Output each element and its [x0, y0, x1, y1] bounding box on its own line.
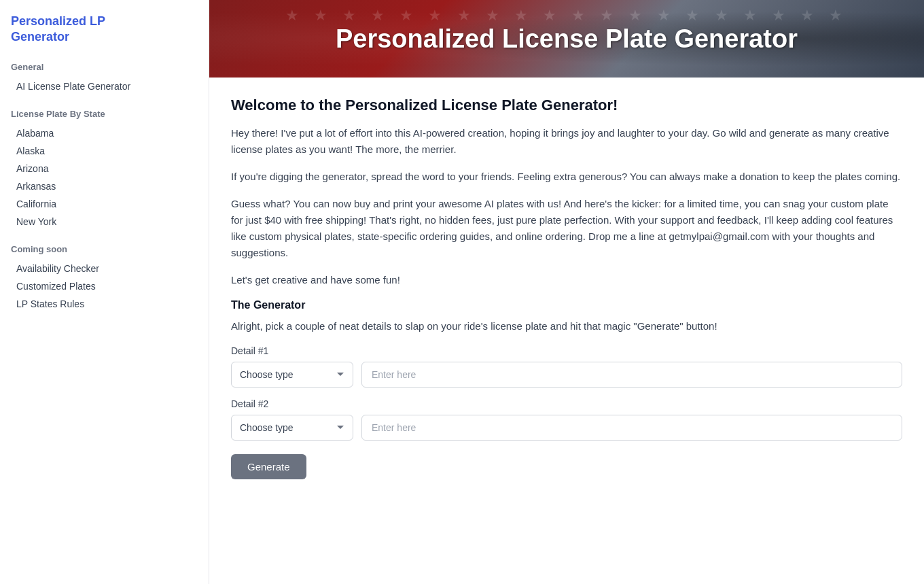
- sidebar-item-ai-lp-generator[interactable]: AI License Plate Generator: [11, 78, 198, 95]
- detail1-row: Choose type: [231, 362, 902, 388]
- content-area: Welcome to the Personalized License Plat…: [209, 78, 924, 584]
- sidebar-item-new-york[interactable]: New York: [11, 213, 198, 230]
- detail1-text-input[interactable]: [361, 362, 902, 388]
- sidebar-item-availability-checker[interactable]: Availability Checker: [11, 260, 198, 277]
- sidebar-item-arkansas[interactable]: Arkansas: [11, 177, 198, 195]
- coming-soon-section: Coming soon Availability Checker Customi…: [11, 244, 198, 313]
- state-section: License Plate By State Alabama Alaska Ar…: [11, 109, 198, 230]
- welcome-title: Welcome to the Personalized License Plat…: [231, 97, 902, 114]
- generate-button[interactable]: Generate: [231, 454, 306, 479]
- state-section-label: License Plate By State: [11, 109, 198, 119]
- hero-title: Personalized License Plate Generator: [336, 24, 798, 54]
- intro-paragraph-4: Let's get creative and have some fun!: [231, 272, 902, 288]
- coming-soon-label: Coming soon: [11, 244, 198, 254]
- sidebar: Personalized LP Generator General AI Lic…: [0, 0, 209, 584]
- general-section-label: General: [11, 62, 198, 72]
- generator-section-title: The Generator: [231, 299, 902, 311]
- general-section: General AI License Plate Generator: [11, 62, 198, 95]
- sidebar-item-alaska[interactable]: Alaska: [11, 142, 198, 160]
- intro-paragraph-2: If you're digging the generator, spread …: [231, 169, 902, 185]
- intro-paragraph-3: Guess what? You can now buy and print yo…: [231, 196, 902, 261]
- detail2-label: Detail #2: [231, 398, 902, 409]
- detail2-row: Choose type: [231, 415, 902, 441]
- detail1-label: Detail #1: [231, 345, 902, 356]
- detail1-type-select[interactable]: Choose type: [231, 362, 353, 388]
- sidebar-item-lp-states-rules[interactable]: LP States Rules: [11, 295, 198, 313]
- generator-intro-text: Alright, pick a couple of neat details t…: [231, 318, 902, 334]
- hero-banner: Personalized License Plate Generator: [209, 0, 924, 78]
- detail2-type-select[interactable]: Choose type: [231, 415, 353, 441]
- app-title: Personalized LP Generator: [11, 14, 198, 46]
- generator-section: The Generator Alright, pick a couple of …: [231, 299, 902, 479]
- sidebar-item-customized-plates[interactable]: Customized Plates: [11, 277, 198, 295]
- sidebar-item-alabama[interactable]: Alabama: [11, 124, 198, 142]
- main-area: Personalized License Plate Generator Wel…: [209, 0, 924, 584]
- sidebar-item-california[interactable]: California: [11, 195, 198, 213]
- intro-paragraph-1: Hey there! I've put a lot of effort into…: [231, 125, 902, 158]
- sidebar-item-arizona[interactable]: Arizona: [11, 160, 198, 177]
- detail2-text-input[interactable]: [361, 415, 902, 441]
